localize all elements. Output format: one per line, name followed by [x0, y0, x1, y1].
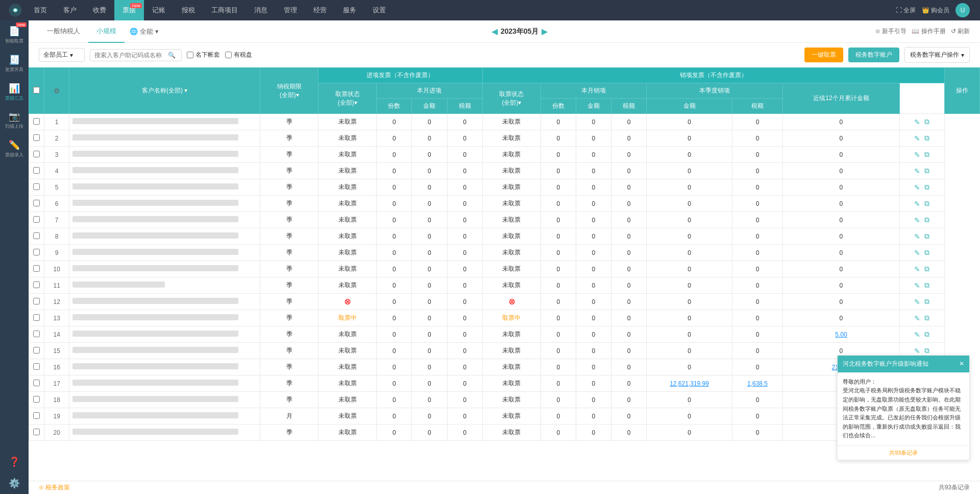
- copy-button[interactable]: ⧉: [923, 198, 930, 209]
- nav-business[interactable]: 工商项目: [203, 0, 246, 20]
- row-checkbox[interactable]: [33, 232, 40, 239]
- row-checkbox[interactable]: [33, 347, 40, 354]
- search-icon[interactable]: 🔍: [168, 52, 176, 59]
- my-account-checkbox[interactable]: [187, 52, 193, 58]
- copy-button[interactable]: ⧉: [923, 313, 930, 323]
- quota-filter-icon[interactable]: ▾: [296, 91, 299, 99]
- manual-link[interactable]: 📖 操作手册: [912, 27, 945, 36]
- row-checkbox[interactable]: [33, 265, 40, 272]
- nav-ticket[interactable]: 票据 new: [114, 0, 144, 20]
- copy-button[interactable]: ⧉: [923, 133, 930, 144]
- nav-home[interactable]: 首页: [26, 0, 55, 20]
- sidebar-item-settings-bottom[interactable]: ⚙️: [0, 473, 29, 494]
- fullscreen-button[interactable]: ⛶ 全屏: [896, 6, 916, 15]
- edit-button[interactable]: ✎: [913, 346, 921, 356]
- copy-button[interactable]: ⧉: [923, 231, 930, 242]
- copy-button[interactable]: ⧉: [923, 345, 930, 356]
- row-checkbox[interactable]: [33, 396, 40, 403]
- cell-amount-link[interactable]: 12,621,319.99: [670, 380, 709, 387]
- sidebar-item-smart-ticket[interactable]: 📄 智能取票 new: [0, 20, 29, 49]
- sidebar-item-ticket-summary[interactable]: 📊 票据汇总: [0, 78, 29, 106]
- row-checkbox[interactable]: [33, 429, 40, 435]
- nav-service[interactable]: 服务: [335, 0, 364, 20]
- row-checkbox[interactable]: [33, 331, 40, 337]
- edit-button[interactable]: ✎: [913, 264, 921, 274]
- one-click-ticket-button[interactable]: 一键取票: [804, 48, 843, 62]
- user-avatar[interactable]: U: [955, 3, 970, 17]
- row-checkbox[interactable]: [33, 167, 40, 174]
- edit-button[interactable]: ✎: [913, 297, 921, 307]
- tab-general-taxpayer[interactable]: 一般纳税人: [39, 20, 88, 43]
- row-checkbox[interactable]: [33, 151, 40, 157]
- date-next-button[interactable]: ▶: [538, 26, 551, 37]
- refresh-button[interactable]: ↺ 刷新: [951, 27, 970, 36]
- edit-button[interactable]: ✎: [913, 199, 921, 209]
- nav-settings[interactable]: 设置: [364, 0, 394, 20]
- tab-small-scale[interactable]: 小规模: [88, 20, 125, 43]
- edit-button[interactable]: ✎: [913, 330, 921, 340]
- copy-button[interactable]: ⧉: [923, 215, 930, 225]
- row-checkbox[interactable]: [33, 249, 40, 255]
- date-prev-button[interactable]: ◀: [488, 26, 501, 37]
- cell-amount-link[interactable]: 5.00: [835, 331, 847, 338]
- scale-dropdown[interactable]: 🌐 全能 ▾: [125, 27, 164, 36]
- main-table-container[interactable]: ⚙ 客户名称(全部) ▾ 纳税期限(全部)▾ 进项发票（不含作废票） 销项发票（…: [29, 67, 980, 481]
- edit-button[interactable]: ✎: [913, 248, 921, 258]
- search-input[interactable]: [94, 52, 166, 59]
- my-account-checkbox-label[interactable]: 名下帐套: [187, 51, 220, 59]
- cell-amount-link[interactable]: 1,638.5: [747, 380, 768, 387]
- nav-manage[interactable]: 管理: [276, 0, 305, 20]
- row-checkbox[interactable]: [33, 298, 40, 304]
- copy-button[interactable]: ⧉: [923, 149, 930, 160]
- copy-button[interactable]: ⧉: [923, 296, 930, 307]
- nav-tax[interactable]: 报税: [174, 0, 203, 20]
- row-checkbox[interactable]: [33, 314, 40, 321]
- nav-operation[interactable]: 经营: [305, 0, 335, 20]
- nav-bookkeeping[interactable]: 记账: [144, 0, 174, 20]
- notice-close-button[interactable]: ✕: [959, 360, 964, 367]
- select-all-checkbox[interactable]: [33, 87, 40, 93]
- edit-button[interactable]: ✎: [913, 150, 921, 160]
- nav-fee[interactable]: 收费: [85, 0, 114, 20]
- edit-button[interactable]: ✎: [913, 166, 921, 176]
- copy-button[interactable]: ⧉: [923, 329, 930, 340]
- copy-button[interactable]: ⧉: [923, 166, 930, 176]
- edit-button[interactable]: ✎: [913, 133, 921, 144]
- digital-account-op-button[interactable]: 税务数字账户操作 ▾: [904, 47, 970, 63]
- has-tax-disk-checkbox-label[interactable]: 有税盘: [225, 51, 252, 59]
- sidebar-item-help[interactable]: ❓: [0, 451, 29, 473]
- nav-client[interactable]: 客户: [55, 0, 85, 20]
- edit-button[interactable]: ✎: [913, 215, 921, 225]
- config-icon[interactable]: ⚙: [54, 87, 60, 95]
- row-checkbox[interactable]: [33, 134, 40, 141]
- guide-link[interactable]: ⊙ 新手引导: [875, 27, 906, 36]
- row-checkbox[interactable]: [33, 412, 40, 419]
- edit-button[interactable]: ✎: [913, 231, 921, 242]
- vip-button[interactable]: 👑 购会员: [922, 6, 949, 15]
- digital-account-button[interactable]: 税务数字账户: [848, 48, 899, 62]
- row-checkbox[interactable]: [33, 281, 40, 288]
- sidebar-item-scan-upload[interactable]: 📷 扫描上传: [0, 106, 29, 134]
- row-checkbox[interactable]: [33, 363, 40, 370]
- policy-link[interactable]: ⊙ 税务政策: [39, 483, 70, 492]
- copy-button[interactable]: ⧉: [923, 116, 930, 127]
- sidebar-item-ticket-entry[interactable]: ✏️ 票据录入: [0, 134, 29, 163]
- edit-button[interactable]: ✎: [913, 117, 921, 127]
- copy-button[interactable]: ⧉: [923, 280, 930, 291]
- row-checkbox[interactable]: [33, 200, 40, 206]
- out-status-filter[interactable]: ▾: [518, 99, 521, 106]
- in-status-filter[interactable]: ▾: [354, 99, 357, 106]
- edit-button[interactable]: ✎: [913, 182, 921, 193]
- row-checkbox[interactable]: [33, 380, 40, 386]
- row-checkbox[interactable]: [33, 118, 40, 125]
- nav-message[interactable]: 消息: [246, 0, 276, 20]
- employee-select[interactable]: 全部员工 ▾: [39, 48, 85, 62]
- row-checkbox[interactable]: [33, 183, 40, 190]
- copy-button[interactable]: ⧉: [923, 247, 930, 258]
- copy-button[interactable]: ⧉: [923, 264, 930, 274]
- copy-button[interactable]: ⧉: [923, 182, 930, 193]
- row-checkbox[interactable]: [33, 216, 40, 223]
- edit-button[interactable]: ✎: [913, 313, 921, 323]
- client-filter-icon[interactable]: ▾: [184, 87, 187, 94]
- edit-button[interactable]: ✎: [913, 280, 921, 291]
